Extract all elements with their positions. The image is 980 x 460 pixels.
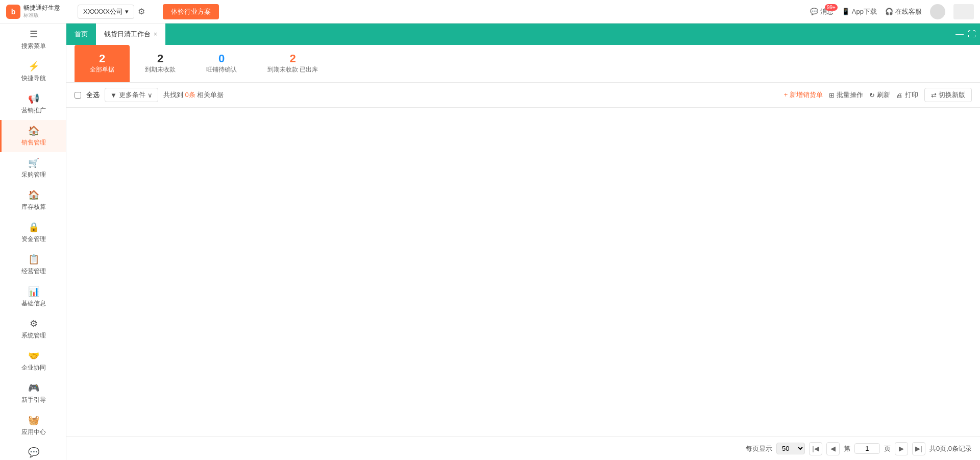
logo-text: 畅捷通好生意 — [23, 4, 60, 12]
label-overdue: 到期未收款 — [145, 65, 176, 74]
status-card-pending[interactable]: 0 旺铺待确认 — [191, 45, 252, 82]
found-count: 0条 — [185, 91, 195, 99]
page-content: 2 全部单据 2 到期未收款 0 旺铺待确认 2 到期未收款 已出库 — [66, 45, 980, 460]
tab-close-icon[interactable]: × — [154, 31, 157, 38]
settings-icon[interactable]: ⚙ — [134, 5, 149, 19]
message-action[interactable]: 💬 消息 99+ — [810, 7, 834, 16]
sidebar-label-marketing: 营销推广 — [21, 106, 46, 115]
system-icon: ⚙ — [30, 318, 38, 329]
filter-label: 更多条件 — [119, 90, 145, 100]
app-download-label: App下载 — [852, 7, 877, 16]
sidebar-item-finance[interactable]: 🔒 资金管理 — [0, 216, 66, 249]
filter-icon: ▼ — [110, 91, 117, 99]
experience-button[interactable]: 体验行业方案 — [163, 4, 219, 19]
sidebar-item-base-info[interactable]: 📊 基础信息 — [0, 281, 66, 313]
tab-maximize-button[interactable]: ⛶ — [968, 30, 976, 39]
search-menu-icon: ☰ — [30, 29, 38, 40]
sidebar-label-system: 系统管理 — [21, 331, 46, 340]
sidebar-item-inventory[interactable]: 🏠 库存核算 — [0, 184, 66, 216]
count-pending: 0 — [206, 52, 237, 65]
finance-icon: 🔒 — [28, 222, 39, 233]
sidebar-item-quick-nav[interactable]: ⚡ 快捷导航 — [0, 56, 66, 88]
purchase-icon: 🛒 — [28, 157, 39, 168]
top-header: b 畅捷通好生意 标准版 XXXXXX公司 ▾ ⚙ 体验行业方案 💬 消息 99… — [0, 0, 980, 23]
label-all: 全部单据 — [90, 65, 114, 74]
toolbar-right: + 新增销货单 ⊞ 批量操作 ↻ 刷新 🖨 打印 ⇄ — [784, 88, 972, 102]
status-cards: 2 全部单据 2 到期未收款 0 旺铺待确认 2 到期未收款 已出库 — [66, 45, 980, 83]
sidebar-item-sales[interactable]: 🏠 销售管理 — [0, 120, 66, 152]
sidebar-item-enterprise[interactable]: 🤝 企业协同 — [0, 345, 66, 377]
status-card-overdue[interactable]: 2 到期未收款 — [130, 45, 191, 82]
tab-bar-actions: — ⛶ — [955, 30, 980, 39]
print-icon: 🖨 — [896, 91, 903, 99]
logo-icon: b — [6, 5, 20, 19]
count-overdue: 2 — [145, 52, 176, 65]
operation-icon: 📋 — [28, 254, 39, 265]
pagination: 每页显示 50 20 100 |◀ ◀ 第 页 ▶ ▶| 共0页,0条记录 — [66, 437, 980, 460]
sidebar-item-app-center[interactable]: 🧺 应用中心 — [0, 409, 66, 442]
sidebar-item-search-menu[interactable]: ☰ 搜索菜单 — [0, 23, 66, 56]
user-name-area — [953, 4, 974, 19]
last-page-button[interactable]: ▶| — [912, 442, 925, 455]
sidebar-item-operation[interactable]: 📋 经营管理 — [0, 249, 66, 281]
tab-active[interactable]: 钱货日清工作台 × — [96, 23, 165, 45]
batch-operation-button[interactable]: ⊞ 批量操作 — [829, 90, 863, 100]
refresh-icon: ↻ — [869, 91, 875, 99]
status-card-all[interactable]: 2 全部单据 — [75, 45, 130, 82]
filter-button[interactable]: ▼ 更多条件 ∨ — [105, 88, 158, 102]
status-card-out[interactable]: 2 到期未收款 已出库 — [252, 45, 333, 82]
sidebar-item-system[interactable]: ⚙ 系统管理 — [0, 313, 66, 345]
label-pending: 旺铺待确认 — [206, 65, 237, 74]
first-page-button[interactable]: |◀ — [809, 442, 822, 455]
base-info-icon: 📊 — [28, 286, 39, 297]
sidebar-label-enterprise: 企业协同 — [21, 364, 46, 372]
marketing-icon: 📢 — [28, 93, 39, 104]
company-selector[interactable]: XXXXXX公司 ▾ — [78, 5, 134, 19]
sidebar-item-purchase[interactable]: 🛒 采购管理 — [0, 152, 66, 184]
sidebar-label-quick-nav: 快捷导航 — [21, 74, 46, 83]
table-area — [66, 108, 980, 437]
batch-icon: ⊞ — [829, 91, 835, 99]
sales-icon: 🏠 — [28, 125, 39, 136]
print-button[interactable]: 🖨 打印 — [896, 90, 918, 100]
header-center: 体验行业方案 — [153, 4, 810, 19]
tab-minimize-button[interactable]: — — [955, 30, 964, 39]
toolbar: 全选 ▼ 更多条件 ∨ 共找到 0条 相关单据 + 新增销货单 ⊞ — [66, 83, 980, 108]
select-all-checkbox[interactable] — [75, 92, 81, 99]
service-icon: 🎧 — [885, 8, 893, 15]
app-download-action[interactable]: 📱 App下载 — [842, 7, 877, 16]
filter-chevron-icon: ∨ — [148, 91, 153, 99]
switch-version-button[interactable]: ⇄ 切换新版 — [924, 88, 972, 102]
sidebar-label-operation: 经营管理 — [21, 267, 46, 276]
sidebar-item-marketing[interactable]: 📢 营销推广 — [0, 88, 66, 120]
logo-sub: 标准版 — [23, 12, 60, 19]
online-service-action[interactable]: 🎧 在线客服 — [885, 7, 922, 16]
chevron-down-icon: ▾ — [125, 8, 129, 15]
avatar[interactable] — [930, 4, 945, 19]
sidebar: ☰ 搜索菜单 ⚡ 快捷导航 📢 营销推广 🏠 销售管理 🛒 采购管理 🏠 库存核… — [0, 23, 66, 460]
page-number-input[interactable] — [854, 443, 880, 454]
sidebar-label-purchase: 采购管理 — [21, 171, 46, 179]
online-service-label: 在线客服 — [895, 7, 922, 16]
page-label-2: 页 — [884, 444, 891, 453]
main-layout: ☰ 搜索菜单 ⚡ 快捷导航 📢 营销推广 🏠 销售管理 🛒 采购管理 🏠 库存核… — [0, 23, 980, 460]
per-page-select[interactable]: 50 20 100 — [776, 443, 805, 454]
page-label: 第 — [844, 444, 850, 453]
add-sales-order-button[interactable]: + 新增销货单 — [784, 90, 823, 100]
sidebar-item-weixin[interactable]: 💬 企业微信 — [0, 442, 66, 460]
refresh-button[interactable]: ↻ 刷新 — [869, 90, 890, 100]
message-icon: 💬 — [810, 8, 818, 15]
quick-nav-icon: ⚡ — [28, 61, 39, 72]
sidebar-label-guide: 新手引导 — [21, 396, 46, 404]
inventory-icon: 🏠 — [28, 189, 39, 201]
sidebar-item-guide[interactable]: 🎮 新手引导 — [0, 377, 66, 409]
sidebar-label-sales: 销售管理 — [21, 138, 46, 147]
toolbar-left: 全选 ▼ 更多条件 ∨ 共找到 0条 相关单据 — [75, 88, 778, 102]
select-all-label: 全选 — [86, 90, 100, 100]
sidebar-label-search-menu: 搜索菜单 — [21, 42, 46, 51]
message-badge: 99+ — [825, 4, 838, 11]
next-page-button[interactable]: ▶ — [895, 442, 908, 455]
per-page-label: 每页显示 — [746, 444, 772, 453]
prev-page-button[interactable]: ◀ — [826, 442, 840, 455]
tab-home[interactable]: 首页 — [66, 23, 96, 45]
